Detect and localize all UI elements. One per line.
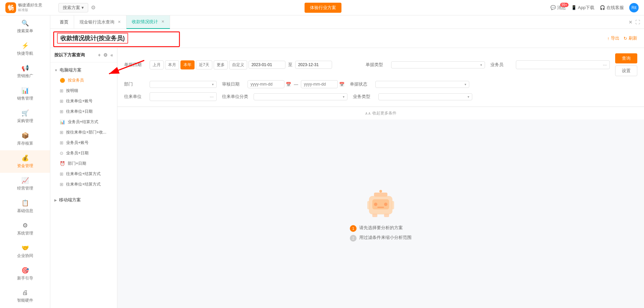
partner-category-select[interactable]: ▾ (254, 93, 347, 100)
sidebar-item-guide[interactable]: 🎯 新手引导 (0, 263, 50, 285)
sidebar-item-purchase[interactable]: 🛒 采购管理 (0, 105, 50, 128)
doc-type-select[interactable]: ▾ (391, 61, 485, 68)
tab-bank-flow-close[interactable]: ✕ (118, 20, 121, 24)
date-from-input[interactable] (249, 61, 285, 69)
system-icon: ⚙ (22, 222, 28, 229)
tip-item-1: 1 请先选择要分析的方案 (350, 225, 412, 232)
dept-date-icon: ⏰ (60, 161, 65, 166)
scheme-item-unit-dept-income[interactable]: ⊞ 按往来单位+部门+收... (50, 127, 117, 138)
tab-receipt-stats-close[interactable]: ✕ (161, 19, 164, 24)
scheme-item-staff-date[interactable]: ⊙ 业务员+日期 (50, 148, 117, 158)
sidebar-label-finance: 资金管理 (17, 163, 33, 169)
export-label: 导出 (611, 35, 620, 41)
dept-label: 部门 (124, 81, 144, 87)
filter-section: 单据日期 上月 本月 本年 近7天 更多 自定义 至 (117, 48, 644, 107)
collapse-scheme-icon[interactable]: « (110, 52, 113, 58)
svg-rect-7 (367, 201, 370, 209)
headset-icon: 🎧 (600, 5, 605, 10)
header-left: 畅 畅捷通好生意 标准版 搜索方案 ▾ ⚙ (5, 2, 96, 13)
online-service-button[interactable]: 🎧 在线客服 (600, 5, 624, 11)
sidebar: 🔍 搜索菜单 ⚡ 快捷导航 📢 营销推广 📊 销售管理 🛒 采购管理 📦 库存核… (0, 15, 50, 308)
gear-icon-header[interactable]: ⚙ (91, 4, 96, 11)
date-btn-custom[interactable]: 自定义 (229, 60, 247, 69)
scheme-item-dept-date[interactable]: ⏰ 部门+日期 (50, 158, 117, 169)
doc-status-select[interactable]: ▾ (375, 81, 469, 88)
empty-state: 1 请先选择要分析的方案 2 用过滤条件来缩小分析范围 (117, 119, 644, 308)
search-scheme-button[interactable]: 搜索方案 ▾ (58, 3, 88, 12)
marketing-icon: 📢 (21, 64, 29, 72)
scheme-item-staff-account[interactable]: ⊞ 业务员+账号 (50, 138, 117, 148)
biz-type-select[interactable]: ▾ (378, 93, 472, 100)
scheme-gear-icon[interactable]: ⚙ (103, 52, 108, 58)
tab-home[interactable]: 首页 (54, 15, 74, 29)
user-initial: Rit (632, 5, 637, 10)
desktop-group-label: 电脑端方案 (60, 67, 82, 73)
partner-more-icon[interactable]: ··· (210, 94, 214, 99)
desktop-group-arrow: ▼ (54, 68, 58, 72)
salesperson-more-icon[interactable]: ··· (603, 62, 607, 67)
sidebar-item-basic-info[interactable]: 📋 基础信息 (0, 195, 50, 218)
date-btn-this-month[interactable]: 本月 (165, 60, 179, 69)
app-badge: 标准版 (18, 8, 42, 12)
maximize-window-icon[interactable]: ⛶ (635, 19, 640, 25)
app-download-button[interactable]: 📱 App下载 (571, 5, 594, 11)
svg-rect-8 (391, 201, 394, 209)
sidebar-item-search[interactable]: 🔍 搜索菜单 (0, 15, 50, 38)
main-layout: 🔍 搜索菜单 ⚡ 快捷导航 📢 营销推广 📊 销售管理 🛒 采购管理 📦 库存核… (0, 0, 644, 308)
date-input-group: 至 (249, 61, 332, 69)
salesperson-select[interactable]: ··· (516, 60, 610, 69)
close-window-icon[interactable]: ✕ (629, 19, 633, 25)
sidebar-item-sales[interactable]: 📊 销售管理 (0, 83, 50, 105)
sidebar-item-inventory[interactable]: 📦 库存核算 (0, 128, 50, 150)
refresh-label: 刷新 (629, 35, 637, 41)
sidebar-item-operations[interactable]: 📈 经营管理 (0, 173, 50, 195)
staff-account-icon: ⊞ (60, 140, 63, 145)
scheme-item-unit-date[interactable]: ⊞ 往来单位+日期 (50, 106, 117, 117)
refresh-button[interactable]: ↻ 刷新 (624, 35, 637, 41)
user-avatar[interactable]: Rit (629, 3, 639, 12)
query-button[interactable]: 查询 (615, 53, 637, 63)
partner-category-arrow: ▾ (343, 95, 344, 99)
sidebar-item-smart-hw[interactable]: 🖨 智能硬件 (0, 285, 50, 307)
sidebar-item-quick-nav[interactable]: ⚡ 快捷导航 (0, 38, 50, 60)
sidebar-item-marketing[interactable]: 📢 营销推广 (0, 60, 50, 83)
sidebar-item-enterprise[interactable]: 🤝 企业协同 (0, 240, 50, 263)
scheme-mobile-title[interactable]: ▶ 移动端方案 (50, 195, 117, 205)
messages-button[interactable]: 💬 消息 99+ (550, 5, 566, 11)
scheme-item-by-detail[interactable]: ⊞ 按明细 (50, 86, 117, 96)
export-icon: ↑ (607, 36, 610, 41)
date-btn-last-month[interactable]: 上月 (150, 60, 164, 69)
scheme-item-unit-settle2[interactable]: ⊞ 往来单位+结算方式 (50, 179, 117, 190)
audit-date-icon-to: 📅 (339, 82, 344, 87)
scheme-desktop-title[interactable]: ▼ 电脑端方案 (50, 65, 117, 75)
collapse-bar[interactable]: ∧∧ 收起更多条件 (117, 107, 644, 119)
date-btn-this-year[interactable]: 本年 (180, 60, 195, 69)
tab-receipt-stats[interactable]: 收款情况统计 ✕ (126, 15, 170, 29)
main-content: 首页 现金银行流水查询 ✕ 收款情况统计 ✕ ✕ ⛶ 收款情况统计(按业务员) … (50, 15, 644, 308)
add-scheme-icon[interactable]: + (98, 52, 101, 58)
sidebar-item-system[interactable]: ⚙ 系统管理 (0, 218, 50, 240)
dept-select[interactable]: ▾ (150, 81, 217, 88)
date-btn-more[interactable]: 更多 (214, 60, 228, 69)
audit-date-to-input[interactable] (301, 80, 338, 88)
trial-button[interactable]: 体验行业方案 (305, 3, 341, 13)
scheme-item-unit-settle1[interactable]: ⊞ 往来单位+结算方式 (50, 169, 117, 179)
scheme-item-by-salesperson[interactable]: 🟠 按业务员 (50, 75, 117, 86)
scheme-item-unit-account[interactable]: ⊞ 往来单位+账号 (50, 96, 117, 106)
date-to-input[interactable] (295, 61, 332, 69)
settings-button[interactable]: 设置 (615, 65, 637, 76)
sidebar-label-marketing: 营销推广 (17, 73, 33, 79)
sidebar-label-basic-info: 基础信息 (17, 208, 33, 214)
sidebar-item-finance[interactable]: 💰 资金管理 (0, 150, 50, 173)
staff-date-label: 业务员+日期 (66, 150, 89, 156)
export-button[interactable]: ↑ 导出 (607, 35, 620, 41)
tab-bank-flow[interactable]: 现金银行流水查询 ✕ (74, 15, 126, 29)
page-header: 收款情况统计(按业务员) ↑ 导出 ↻ 刷新 (50, 29, 644, 48)
partner-select[interactable]: ··· (150, 92, 217, 101)
app-logo-icon: 畅 (5, 2, 16, 13)
unit-settle1-icon: ⊞ (60, 171, 63, 176)
audit-date-from-input[interactable] (248, 80, 284, 88)
scheme-item-staff-settle[interactable]: 📊 业务员+结算方式 (50, 117, 117, 127)
date-btn-7days[interactable]: 近7天 (196, 60, 212, 69)
doc-type-dropdown-arrow: ▾ (480, 63, 482, 67)
